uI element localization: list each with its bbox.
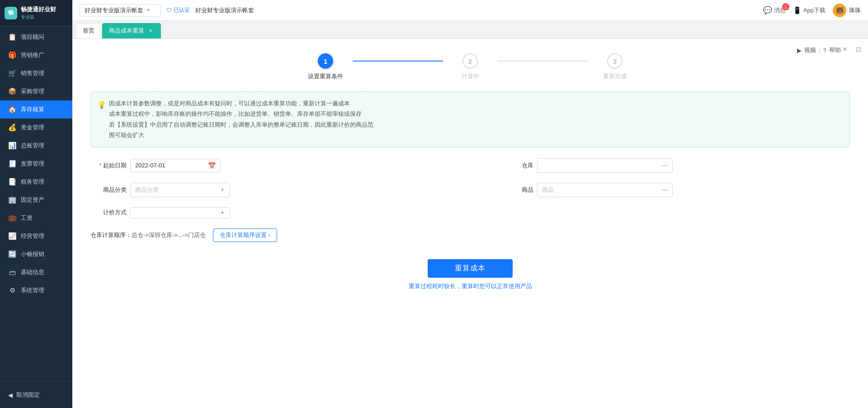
sidebar-item-sales[interactable]: 🛒 销售管理 [0, 64, 72, 82]
chevron-right-icon: › [269, 232, 270, 238]
logo-icon: 畅 [5, 7, 17, 19]
cancel-pin-label: 取消固定 [16, 391, 40, 399]
verified-label: 已认证 [174, 6, 190, 14]
sidebar-item-label: 采购管理 [21, 87, 44, 95]
sidebar-item-label: 工资 [21, 214, 33, 222]
invoice-icon: 🧾 [8, 160, 16, 168]
sidebar-item-inventory[interactable]: 🏠 库存核算 [0, 100, 72, 119]
step-2-num: 2 [468, 57, 472, 65]
sidebar-item-expense[interactable]: 🔄 小畅报销 [0, 245, 72, 263]
tabbar: 首页 商品成本重算 ✕ [72, 21, 868, 39]
ledger-icon: 📊 [8, 142, 16, 150]
sidebar-item-tax[interactable]: 📑 税务管理 [0, 173, 72, 191]
step-line-1 [353, 61, 443, 62]
sidebar-item-finance[interactable]: 💰 资金管理 [0, 119, 72, 137]
account-selector-text: 好业财专业版演示帐套 [85, 6, 143, 14]
tab-cost-recalc-label: 商品成本重算 [109, 27, 144, 35]
form-row-1: * 起始日期 2022-07-01 📅 仓库 ··· [90, 158, 850, 173]
sidebar-item-salary[interactable]: 💼 工资 [0, 209, 72, 227]
pricing-field: 计价方式 ▼ [90, 207, 850, 218]
assets-icon: 🏢 [8, 196, 16, 204]
app-download-label: App下载 [803, 6, 826, 14]
sidebar-item-marketing[interactable]: 🎁 营销推广 [0, 46, 72, 64]
recalc-button[interactable]: 重算成本 [428, 259, 513, 278]
step-3-num: 3 [613, 57, 617, 65]
sidebar-brand: 畅捷通好业财 专业版 [21, 5, 56, 20]
start-date-value: 2022-07-01 [135, 162, 204, 169]
pricing-select[interactable]: ▼ [130, 207, 230, 218]
tab-home[interactable]: 首页 [76, 23, 101, 38]
page-content: ✕ ⊡ ▶ 视频 | ? 帮助 1 设置重算条件 [72, 39, 868, 408]
category-select[interactable]: 商品分类 ▼ [130, 183, 230, 197]
step-3-circle: 3 [607, 53, 623, 69]
calendar-icon: 📅 [208, 162, 216, 169]
step-2: 2 计算中 [443, 53, 497, 81]
tax-icon: 📑 [8, 178, 16, 186]
sidebar-item-label: 库存核算 [21, 105, 44, 114]
sidebar-item-label: 系统管理 [21, 286, 44, 294]
sidebar-header: 畅 畅捷通好业财 专业版 [0, 0, 72, 26]
sidebar-item-label: 发票管理 [21, 160, 44, 168]
goods-placeholder: 商品 [542, 186, 656, 194]
user-profile[interactable]: 🐻 珠珠 [833, 4, 861, 17]
form-section: * 起始日期 2022-07-01 📅 仓库 ··· [72, 158, 868, 218]
form-row-2: 商品分类 商品分类 ▼ 商品 商品 ··· [90, 183, 850, 197]
step-line-2 [497, 61, 588, 62]
sidebar-item-basics[interactable]: 🗃 基础信息 [0, 263, 72, 281]
sidebar-item-purchase[interactable]: 📦 采购管理 [0, 82, 72, 100]
system-icon: ⚙ [8, 286, 16, 294]
sidebar-item-invoice[interactable]: 🧾 发票管理 [0, 155, 72, 173]
category-field: 商品分类 商品分类 ▼ [90, 183, 443, 197]
stepper-group: 1 设置重算条件 2 计算中 3 [298, 53, 642, 81]
app-download-button[interactable]: 📱 App下载 [793, 6, 826, 14]
message-icon: 💬 [763, 6, 772, 14]
sidebar-item-label: 资金管理 [21, 123, 44, 132]
warehouse-order-btn[interactable]: 仓库计算顺序设置 › [213, 228, 277, 242]
sidebar-item-label: 小畅报销 [21, 250, 44, 258]
step-2-label: 计算中 [462, 72, 479, 81]
marketing-icon: 🎁 [8, 51, 16, 59]
start-date-input[interactable]: 2022-07-01 📅 [130, 159, 221, 172]
salary-icon: 💼 [8, 214, 16, 222]
sidebar-item-ledger[interactable]: 📊 总账管理 [0, 137, 72, 155]
step-1-label: 设置重算条件 [308, 72, 343, 81]
category-placeholder: 商品分类 [135, 186, 218, 194]
warehouse-label: 仓库 [497, 161, 533, 170]
recalc-hint: 重算过程耗时较长，重算时您可以正常使用产品 [409, 282, 532, 290]
finance-icon: 💰 [8, 123, 16, 132]
chevron-down-icon: ▼ [220, 210, 225, 215]
operations-icon: 📈 [8, 232, 16, 240]
info-text-1: 因成本计算参数调整，或是对商品成本有疑问时，可以通过成本重算功能，重新计算一遍成… [109, 98, 841, 109]
chevron-down-icon: ▼ [146, 8, 151, 13]
goods-input[interactable]: 商品 ··· [537, 183, 673, 197]
main-content: 好业财专业版演示帐套 ▼ 🛡 已认证 好业财专业版演示帐套 💬 消息 1 📱 A… [72, 0, 868, 408]
sidebar-item-assets[interactable]: 🏢 固定资产 [0, 191, 72, 209]
stepper: 1 设置重算条件 2 计算中 3 [72, 39, 868, 91]
tab-home-label: 首页 [83, 27, 94, 35]
goods-dots-icon[interactable]: ··· [662, 186, 668, 194]
sidebar-item-label: 营销推广 [21, 51, 44, 59]
form-row-3: 计价方式 ▼ [90, 207, 850, 218]
sidebar-bottom: ◀ 取消固定 [0, 381, 72, 408]
step-1-circle: 1 [318, 53, 333, 69]
warehouse-input[interactable]: ··· [537, 158, 673, 173]
info-box: 💡 因成本计算参数调整，或是对商品成本有疑问时，可以通过成本重算功能，重新计算一… [90, 91, 850, 147]
step-3-label: 重算完成 [603, 72, 627, 81]
tab-cost-recalc[interactable]: 商品成本重算 ✕ [102, 23, 161, 38]
pricing-label: 计价方式 [90, 209, 127, 217]
warehouse-dots-icon[interactable]: ··· [662, 161, 668, 170]
sidebar-item-system[interactable]: ⚙ 系统管理 [0, 281, 72, 299]
message-button[interactable]: 💬 消息 1 [763, 6, 786, 14]
expense-icon: 🔄 [8, 250, 16, 258]
sidebar-item-project[interactable]: 📋 项目顾问 [0, 28, 72, 46]
sidebar-item-label: 总账管理 [21, 142, 44, 150]
warehouse-field: 仓库 ··· [443, 158, 850, 173]
info-text-4: 围可能会扩大 [109, 130, 841, 140]
step-2-circle: 2 [462, 53, 478, 69]
cancel-pin-button[interactable]: ◀ 取消固定 [0, 386, 72, 403]
topbar-actions: 💬 消息 1 📱 App下载 🐻 珠珠 [763, 4, 861, 17]
basics-icon: 🗃 [8, 269, 16, 276]
tab-close-icon[interactable]: ✕ [147, 27, 154, 34]
account-selector[interactable]: 好业财专业版演示帐套 ▼ [80, 4, 161, 17]
sidebar-item-operations[interactable]: 📈 经营管理 [0, 227, 72, 245]
